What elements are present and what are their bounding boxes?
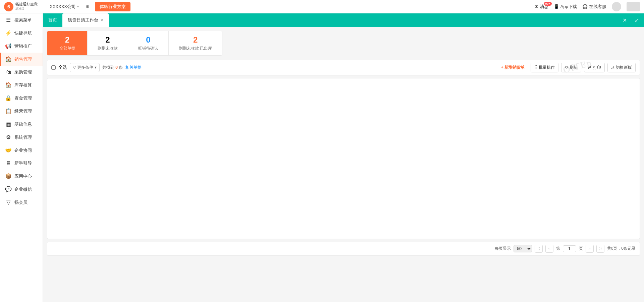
prev-page-button[interactable]: ＜ (545, 245, 553, 253)
print-icon: 🖨 (588, 65, 592, 70)
operations-icon: 📋 (5, 108, 12, 114)
sidebar-item-quick-nav[interactable]: ⚡ 快捷导航 (0, 26, 43, 40)
inventory-icon: 🏠 (5, 82, 12, 88)
main-content: 2 全部单据 2 到期未收款 0 旺铺待确认 2 到期未收款 已出库 全选 ▽ … (43, 27, 644, 302)
trial-button[interactable]: 体验行业方案 (95, 2, 130, 11)
per-page-select[interactable]: 50 10 20 100 (514, 245, 532, 252)
marketing-icon: 📢 (5, 43, 12, 49)
beginner-icon: 🖥 (5, 160, 12, 166)
toolbar-left: 全选 ▽ 更多条件 ▾ 共找到 0 条 相关单据 (51, 63, 495, 72)
sidebar-label-inventory: 库存核算 (14, 82, 32, 88)
stat-label-unshipped: 到期未收款 已出库 (179, 46, 212, 51)
total-label: 共0页，0条记录 (607, 246, 636, 251)
sidebar-item-enterprise-coop[interactable]: 🤝 企业协同 (0, 144, 43, 157)
refresh-button[interactable]: ↻ 刷新 (561, 63, 581, 72)
sidebar-label-enterprise-wx: 企业微信 (14, 186, 32, 192)
sidebar-item-member[interactable]: ▽ 畅会员 (0, 196, 43, 209)
capital-icon: 🔒 (5, 95, 12, 101)
sidebar-label-beginner: 新手引导 (14, 160, 32, 166)
related-link[interactable]: 相关单据 (125, 65, 142, 70)
stat-card-all[interactable]: 2 全部单据 (47, 31, 88, 55)
search-menu-icon: ☰ (5, 17, 12, 23)
quick-nav-icon: ⚡ (5, 30, 12, 36)
new-sales-button[interactable]: + 新增销货单 (498, 63, 528, 72)
batch-icon: ⠿ (534, 65, 537, 70)
sidebar-item-capital[interactable]: 🔒 资金管理 (0, 92, 43, 105)
filter-icon: ▽ (73, 65, 76, 70)
page-number-input[interactable] (563, 245, 576, 252)
sidebar-item-marketing[interactable]: 📢 营销推广 (0, 40, 43, 53)
sidebar: ☰ 搜索菜单 ⚡ 快捷导航 📢 营销推广 🏠 销售管理 🛍 采购管理 🏠 库存核… (0, 0, 43, 302)
message-button[interactable]: ✉ 消息 99+ (535, 4, 548, 10)
select-all-checkbox[interactable] (51, 65, 56, 70)
avatar[interactable] (612, 2, 621, 11)
sidebar-item-operations[interactable]: 📋 经营管理 (0, 105, 43, 118)
message-badge: 99+ (544, 2, 552, 6)
sidebar-label-system: 系统管理 (14, 134, 32, 140)
stat-label-all: 全部单据 (57, 46, 77, 51)
stat-card-pending[interactable]: 0 旺铺待确认 (128, 31, 169, 55)
sidebar-label-enterprise-coop: 企业协同 (14, 147, 32, 154)
sidebar-item-search[interactable]: ☰ 搜索菜单 (0, 13, 43, 26)
sidebar-label-member: 畅会员 (14, 199, 28, 205)
sidebar-item-purchase[interactable]: 🛍 采购管理 (0, 66, 43, 78)
tab-home[interactable]: 首页 (43, 13, 62, 27)
first-page-button[interactable]: ⟨⟨ (535, 245, 543, 253)
sidebar-label-quick-nav: 快捷导航 (14, 30, 32, 36)
sidebar-label-capital: 资金管理 (14, 95, 32, 101)
app-edition: 标准版 (15, 7, 38, 11)
close-window-icon[interactable]: ✕ (620, 15, 629, 25)
sidebar-label-search: 搜索菜单 (14, 17, 32, 23)
batch-operation-button[interactable]: ⠿ 批量操作 (531, 63, 558, 72)
last-page-button[interactable]: ⟩⟩ (596, 245, 604, 253)
tab-workbench[interactable]: 钱货日清工作台 ✕ (62, 13, 109, 27)
print-button[interactable]: 🖨 打印 (584, 63, 605, 72)
sidebar-label-basic-info: 基础信息 (14, 121, 32, 127)
member-icon: ▽ (5, 199, 12, 205)
next-page-button[interactable]: ＞ (586, 245, 594, 253)
select-all-label: 全选 (58, 64, 67, 70)
enterprise-coop-icon: 🤝 (5, 147, 12, 154)
tab-actions: ✕ ⤢ (620, 15, 644, 25)
online-service-button[interactable]: 🎧 在线客服 (582, 4, 606, 10)
filter-button[interactable]: ▽ 更多条件 ▾ (70, 63, 100, 72)
user-name[interactable] (627, 2, 640, 11)
maximize-window-icon[interactable]: ⤢ (632, 15, 641, 25)
stat-card-overdue[interactable]: 2 到期未收款 (88, 31, 128, 55)
settings-icon[interactable]: ⚙ (83, 2, 92, 11)
sidebar-item-inventory[interactable]: 🏠 库存核算 (0, 78, 43, 92)
top-right-area: ✉ 消息 99+ 📱 App下载 🎧 在线客服 (535, 2, 640, 11)
stat-card-unshipped[interactable]: 2 到期未收款 已出库 (169, 31, 222, 55)
tab-workbench-label: 钱货日清工作台 (68, 17, 98, 23)
logo-icon: 6 (4, 2, 13, 11)
pagination: 每页显示 50 10 20 100 ⟨⟨ ＜ 第 页 ＞ ⟩⟩ 共0页，0条记录 (47, 242, 640, 256)
basic-info-icon: ▦ (5, 121, 12, 127)
sidebar-label-app-center: 应用中心 (14, 173, 32, 179)
filter-label: 更多条件 (77, 65, 93, 70)
switch-version-button[interactable]: ⇄ 切换新版 (607, 63, 636, 72)
tab-home-label: 首页 (48, 17, 57, 23)
app-center-icon: 📦 (5, 173, 12, 179)
toolbar: 全选 ▽ 更多条件 ▾ 共找到 0 条 相关单据 + 新增销货单 ⠿ 批量操作 … (47, 60, 640, 75)
close-tab-icon[interactable]: ✕ (100, 18, 103, 22)
stat-num-unshipped: 2 (179, 35, 212, 45)
company-name: XXXXXX公司 (50, 4, 76, 10)
sidebar-item-system[interactable]: ⚙ 系统管理 (0, 131, 43, 144)
result-count: 0 (115, 65, 118, 70)
sidebar-item-enterprise-wx[interactable]: 💬 企业微信 (0, 183, 43, 196)
app-download-button[interactable]: 📱 App下载 (554, 4, 577, 10)
sidebar-item-sales[interactable]: 🏠 销售管理 (0, 53, 43, 66)
refresh-icon: ↻ (565, 65, 568, 70)
switch-icon: ⇄ (611, 65, 614, 70)
sidebar-item-basic-info[interactable]: ▦ 基础信息 (0, 118, 43, 131)
sidebar-item-beginner[interactable]: 🖥 新手引导 (0, 157, 43, 170)
purchase-icon: 🛍 (5, 69, 12, 75)
company-selector[interactable]: XXXXXX公司 ▾ (47, 2, 82, 11)
top-bar: 6 畅捷通好生意 标准版 XXXXXX公司 ▾ ⚙ 体验行业方案 ✉ 消息 99… (0, 0, 644, 13)
per-page-label: 每页显示 (495, 246, 511, 251)
sales-icon: 🏠 (5, 56, 12, 62)
system-icon: ⚙ (5, 134, 12, 140)
logo-area: 6 畅捷通好生意 标准版 (4, 2, 47, 11)
sidebar-item-app-center[interactable]: 📦 应用中心 (0, 170, 43, 183)
filter-arrow-icon: ▾ (95, 65, 97, 70)
